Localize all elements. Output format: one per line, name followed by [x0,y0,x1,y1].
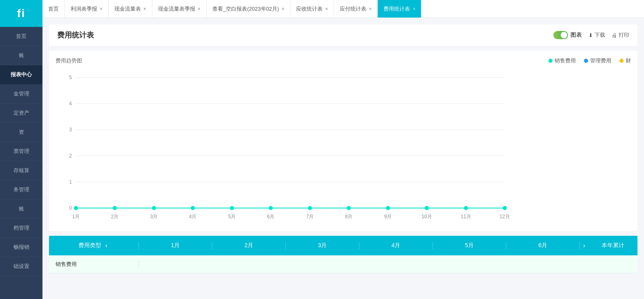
tab-cashflow[interactable]: 现金流量表 × [109,0,152,18]
sidebar-item-ticket-mgmt[interactable]: 票管理 [0,142,42,161]
svg-text:10月: 10月 [421,214,432,219]
svg-text:0: 0 [69,205,72,211]
tab-cashflow-close[interactable]: × [143,6,146,12]
dot-6 [269,206,273,210]
tab-payable-close[interactable]: × [369,6,372,12]
chart-legend: 销售费用 管理费用 财 [548,57,631,64]
sidebar-item-archive-mgmt[interactable]: 档管理 [0,219,42,238]
print-label: 打印 [619,31,629,39]
th-month-2: 2月 [212,242,286,249]
sidebar-item-payroll[interactable]: 账 [0,199,42,219]
page-title: 费用统计表 [57,30,94,40]
download-button[interactable]: ⬇ 下载 [588,31,605,39]
dot-8 [347,206,351,210]
chart-title: 费用趋势图 [56,57,82,64]
tab-cashflow-q[interactable]: 现金流量表季报 × [152,0,207,18]
tab-profit-close[interactable]: × [100,6,103,12]
tab-cashflow-q-close[interactable]: × [198,6,201,12]
sidebar-item-ledger[interactable]: 账 [0,46,42,65]
sidebar-item-service-mgmt[interactable]: 务管理 [0,180,42,199]
svg-text:3月: 3月 [150,214,158,219]
tab-payable[interactable]: 应付统计表 × [334,0,378,18]
download-label: 下载 [595,31,605,39]
tab-expense-stat-close[interactable]: × [412,6,415,12]
tab-cashflow-q-label: 现金流量表季报 [158,5,195,13]
tab-receivable[interactable]: 应收统计表 × [290,0,334,18]
svg-text:3: 3 [69,127,72,133]
legend-finance-label: 财 [626,57,631,64]
svg-text:5: 5 [69,75,72,80]
tab-blank-report-close[interactable]: × [281,6,284,12]
legend-admin-dot [584,59,588,63]
dot-7 [308,206,312,210]
print-icon: 🖨 [612,32,617,38]
legend-admin: 管理费用 [584,57,611,64]
chart-area: 5 4 3 2 1 0 1月 2月 3月 4月 5月 6月 7月 8月 9 [56,69,631,224]
tab-bar: 首页 利润表季报 × 现金流量表 × 现金流量表季报 × 查看_空白报表(202… [42,0,644,18]
page-content: 费用统计表 图表 ⬇ 下载 🖨 打印 费用趋势图 [42,18,644,299]
dot-5 [230,206,234,210]
sidebar-item-cash-mgmt[interactable]: 金管理 [0,84,42,104]
svg-text:1: 1 [69,179,72,185]
toggle-label: 图表 [570,31,582,39]
tab-receivable-close[interactable]: × [325,6,328,12]
next-arrow[interactable]: › [580,242,588,249]
dot-12 [503,206,507,210]
toggle-wrap: 图表 [553,31,582,39]
dot-4 [191,206,195,210]
sidebar-item-expense[interactable]: 畅报销 [0,238,42,257]
tab-home-label: 首页 [48,5,59,13]
tab-expense-stat[interactable]: 费用统计表 × [378,0,421,18]
tab-home[interactable]: 首页 [42,0,65,18]
prev-arrow[interactable]: ‹ [104,242,109,249]
tab-expense-stat-label: 费用统计表 [383,5,410,13]
svg-text:4: 4 [69,101,72,106]
tab-profit[interactable]: 利润表季报 × [65,0,109,18]
tab-profit-label: 利润表季报 [71,5,97,13]
print-button[interactable]: 🖨 打印 [612,31,629,39]
th-type-label: 费用类型 [78,242,101,249]
svg-text:8月: 8月 [345,214,353,219]
legend-sales-label: 销售费用 [555,57,576,64]
svg-text:11月: 11月 [461,214,471,219]
header-actions: 图表 ⬇ 下载 🖨 打印 [553,31,629,39]
svg-text:9月: 9月 [384,214,392,219]
sidebar-item-home[interactable]: 首页 [0,27,42,46]
dot-11 [464,206,468,210]
legend-sales: 销售费用 [548,57,576,64]
data-table-section: 费用类型 ‹ 1月 2月 3月 4月 5月 6月 › 本年累计 销售费用 [49,236,637,273]
tab-blank-report[interactable]: 查看_空白报表(2023年02月) × [207,0,290,18]
chart-header: 费用趋势图 销售费用 管理费用 财 [56,57,631,64]
dot-1 [74,206,78,210]
th-month-3: 3月 [286,242,359,249]
sidebar: fi 首页 账 报表中心 金管理 定资产 资 票管理 存核算 务管理 账 档管理… [0,0,42,299]
svg-text:7月: 7月 [306,214,314,219]
svg-text:12月: 12月 [499,214,510,219]
sidebar-logo: fi [0,0,42,27]
download-icon: ⬇ [588,32,593,38]
dot-2 [113,206,117,210]
th-month-4: 4月 [359,242,433,249]
table-row: 销售费用 [49,255,637,273]
svg-text:2: 2 [69,153,72,159]
dot-9 [386,206,390,210]
sidebar-item-fixed-assets[interactable]: 定资产 [0,104,42,123]
svg-text:1月: 1月 [72,214,80,219]
sidebar-item-settings[interactable]: 础设置 [0,257,42,276]
chart-section: 费用趋势图 销售费用 管理费用 财 [49,51,637,231]
sidebar-item-investment[interactable]: 资 [0,123,42,142]
sidebar-item-inventory[interactable]: 存核算 [0,161,42,180]
th-total: 本年累计 [588,242,637,249]
sidebar-item-report-center[interactable]: 报表中心 [0,65,42,84]
td-row1-type: 销售费用 [49,261,139,268]
chart-toggle[interactable] [553,31,568,39]
svg-text:4月: 4月 [189,214,197,219]
main-area: 首页 利润表季报 × 现金流量表 × 现金流量表季报 × 查看_空白报表(202… [42,0,644,299]
tab-receivable-label: 应收统计表 [296,5,323,13]
legend-finance: 财 [619,57,631,64]
svg-text:5月: 5月 [228,214,236,219]
legend-admin-label: 管理费用 [590,57,611,64]
page-header: 费用统计表 图表 ⬇ 下载 🖨 打印 [49,24,637,46]
dot-10 [425,206,429,210]
legend-finance-dot [619,59,624,63]
